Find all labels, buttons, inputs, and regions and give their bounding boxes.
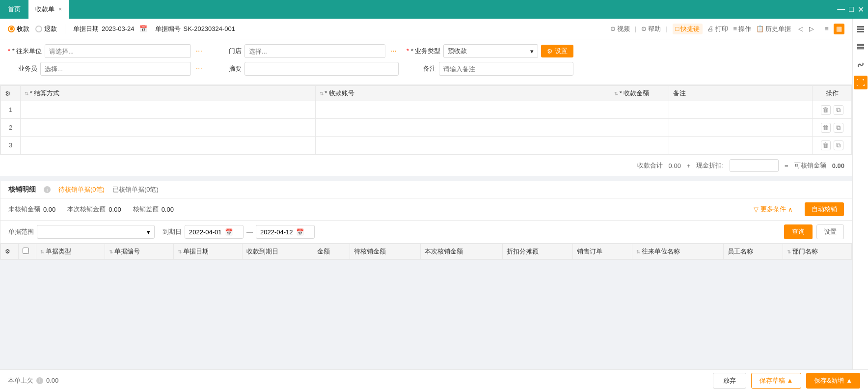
copy-icon-3[interactable]: ⧉ [834,140,843,150]
bottom-table: ⚙ ⇅ 单据类型 ⇅ 单据编号 ⇅ [0,244,852,259]
layout-grid-icon[interactable]: ▦ [834,24,844,34]
this-verify-value: 0.00 [108,206,121,213]
window-close-icon[interactable]: ✕ [858,5,864,14]
due-date-to[interactable]: 2022-04-12 📅 [256,225,315,239]
due-date-label: 到期日 [163,227,182,236]
summary-input[interactable] [244,62,399,76]
settle-method-cell-2[interactable] [21,119,316,137]
sidebar-layers-icon[interactable] [854,40,868,54]
delete-icon-1[interactable]: 🗑 [821,105,831,115]
settings-button[interactable]: ⚙ 设置 [541,45,573,57]
auto-offset-btn[interactable]: 自动核销 [805,202,844,216]
svg-rect-2 [857,31,864,32]
discount-input[interactable] [730,159,779,172]
col-settings2-header[interactable]: ⚙ [1,244,19,259]
plus-sign: + [687,162,691,169]
search-settings-btn[interactable]: 设置 [816,224,844,239]
remark-cell-3[interactable] [669,137,813,154]
account-cell-1[interactable] [315,101,610,119]
amount-cell-3[interactable] [610,137,669,154]
date-separator: — [246,228,253,236]
staff-input[interactable] [40,62,191,76]
video-icon: ⊙ [610,25,616,32]
tab-close-icon[interactable]: × [58,6,62,13]
done-tab[interactable]: 已核销单据(0笔) [112,185,159,194]
video-btn[interactable]: ⊙ 视频 [610,25,630,33]
counterparty-input[interactable] [45,44,190,58]
account-cell-2[interactable] [315,119,610,137]
date-value: 2023-03-24 [102,25,135,32]
save-new-btn[interactable]: 保存&新增 ▲ [806,373,860,389]
prev-arrow[interactable]: ◁ [796,24,806,34]
active-tab[interactable]: 收款单 × [28,0,69,19]
col-doc-date-header: ⇅ 单据日期 [173,244,242,259]
layout-list-icon[interactable]: ≡ [821,24,832,34]
biztype-group: * 业务类型 预收款 ⚙ 设置 [407,44,573,58]
account-cell-3[interactable] [315,137,610,154]
range-select[interactable] [37,225,155,239]
settle-method-cell-1[interactable] [21,101,316,119]
store-ellipsis[interactable]: ··· [388,47,399,56]
col-action-header: 操作 [813,86,852,101]
remark-input[interactable] [439,62,573,76]
radio-receipt[interactable]: 收款 [8,25,29,33]
calendar-icon[interactable]: 📅 [139,25,147,32]
copy-icon-2[interactable]: ⧉ [834,123,843,133]
help-btn[interactable]: ⊙ 帮助 [641,25,661,33]
settle-method-cell-3[interactable] [21,137,316,154]
sidebar-scan-icon[interactable] [854,76,868,89]
query-btn[interactable]: 查询 [784,224,813,239]
shortcut-btn[interactable]: □ 快捷键 [673,24,703,34]
next-arrow[interactable]: ▷ [807,24,816,34]
info-icon[interactable]: i [44,186,51,193]
print-btn[interactable]: 🖨 打印 [707,25,728,33]
col-remark-header: 备注 [669,86,813,101]
filter-icon: ▽ [754,206,759,213]
amount-cell-1[interactable] [610,101,669,119]
window-max-icon[interactable]: □ [849,5,854,14]
form-area: * 往来单位 ··· 门店 ··· * 业务类型 预收款 ⚙ 设置 [0,39,852,85]
help-label: 帮助 [648,25,661,33]
counterparty-label: * 往来单位 [8,47,42,56]
loss-info-icon[interactable]: i [36,377,43,384]
due-date-from[interactable]: 2022-04-01 📅 [185,225,244,239]
radio-refund[interactable]: 退款 [35,25,57,33]
help-icon: ⊙ [641,25,647,32]
receipt-table-container: ⚙ ⇅ * 结算方式 ⇅ * 收款账号 ⇅ * 收款金额 [0,85,852,155]
remark-cell-1[interactable] [669,101,813,119]
window-min-icon[interactable]: — [837,5,845,14]
abandon-btn[interactable]: 放弃 [713,373,746,389]
discount-label: 现金折扣: [696,161,724,170]
delete-icon-2[interactable]: 🗑 [821,123,831,133]
save-draft-btn[interactable]: 保存草稿 ▲ [751,373,802,389]
table-row: 1 🗑 ⧉ [1,101,852,119]
select-all-checkbox[interactable] [23,248,29,254]
pending-tab[interactable]: 待核销单据(0笔) [58,185,105,194]
copy-icon-1[interactable]: ⧉ [834,105,843,115]
amount-cell-2[interactable] [610,119,669,137]
operate-btn[interactable]: ≡ 操作 [733,25,751,33]
biztype-select[interactable]: 预收款 [443,44,538,58]
range-chevron [147,228,150,236]
store-input[interactable] [244,44,385,58]
col-doc-num-header: ⇅ 单据编号 [105,244,173,259]
unverified-value: 0.00 [43,206,55,213]
home-tab[interactable]: 首页 [0,0,28,19]
tab-label: 收款单 [35,5,54,14]
number-label: 单据编号 [155,25,181,33]
delete-icon-3[interactable]: 🗑 [821,140,831,150]
more-conditions-btn[interactable]: ▽ 更多条件 ∧ [754,205,793,214]
diff-value: 0.00 [162,206,174,213]
sidebar-table-icon[interactable] [854,23,868,36]
counterparty-ellipsis[interactable]: ··· [194,47,204,56]
print-label: 打印 [715,25,728,33]
col-settings-header[interactable]: ⚙ [1,86,21,101]
history-btn[interactable]: 📋 历史单据 [756,25,791,33]
staff-ellipsis[interactable]: ··· [194,64,204,73]
col-doc-type-header: ⇅ 单据类型 [36,244,105,259]
net-value: 0.00 [832,162,844,169]
sidebar-link-icon[interactable] [854,58,868,72]
remark-cell-2[interactable] [669,119,813,137]
col-checkbox-header[interactable] [19,244,36,259]
draft-label: 保存草稿 [760,376,785,385]
